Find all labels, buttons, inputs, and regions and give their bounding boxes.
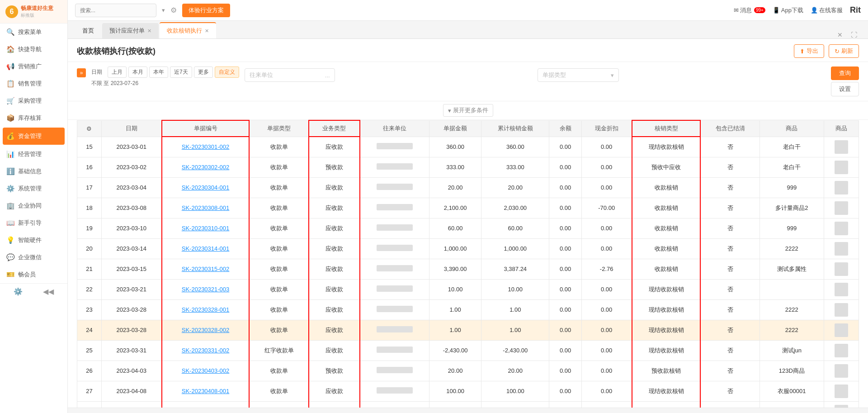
horizontal-scrollbar[interactable] (68, 408, 868, 413)
row-cash-discount: 0.00 (581, 340, 632, 361)
sidebar-item-system[interactable]: ⚙️ 系统管理 (0, 180, 67, 197)
col-header-doc-type[interactable]: 单据类型 (249, 120, 309, 137)
row-product: 测试多属性 (760, 259, 824, 279)
partner-input[interactable]: 往来单位 ... (245, 68, 335, 82)
main-content: ▾ ⚙ 体验行业方案 ✉ 消息 99+ 📱 App下载 👤 在线客服 Rit 首… (68, 0, 868, 413)
tab-home[interactable]: 首页 (75, 23, 101, 38)
refresh-button[interactable]: ↻ 刷新 (829, 44, 859, 58)
sidebar-item-finance[interactable]: 💰 资金管理 (3, 128, 65, 145)
col-header-balance[interactable]: 余额 (549, 120, 581, 137)
row-cash-discount: -70.00 (581, 198, 632, 218)
solution-button[interactable]: 体验行业方案 (182, 4, 230, 17)
row-biz-type: 预收款 (309, 157, 359, 177)
row-doc-no: SK-20230314-001 (162, 238, 249, 259)
doc-no-link[interactable]: SK-20230331-002 (182, 347, 230, 354)
doc-no-link[interactable]: SK-20230408-001 (182, 388, 230, 394)
tab-receivable[interactable]: 收款核销执行 ✕ (160, 22, 216, 38)
export-icon: ⬆ (800, 48, 805, 55)
sidebar-item-hardware[interactable]: 💡 智能硬件 (0, 232, 67, 249)
more-btn[interactable]: 更多 (194, 66, 213, 78)
row-cash-discount: 0.00 (581, 401, 632, 408)
last7-btn[interactable]: 近7天 (170, 66, 192, 78)
row-writeoff-type: 预收款核销 (632, 361, 701, 381)
sidebar-item-marketing[interactable]: 📢 营销推广 (0, 58, 67, 75)
table-row: 19 2023-03-10 SK-20230310-001 收款单 应收款 60… (77, 218, 859, 238)
col-header-gear[interactable]: ⚙ (77, 120, 102, 137)
tab-receivable-close[interactable]: ✕ (205, 28, 209, 34)
sidebar-item-search[interactable]: 🔍 搜索菜单 (0, 24, 67, 41)
col-header-cash-discount[interactable]: 现金折扣 (581, 120, 632, 137)
doc-no-link[interactable]: SK-20230328-002 (182, 327, 230, 333)
col-header-partner[interactable]: 往来单位 (360, 120, 429, 137)
topbar-dropdown-icon[interactable]: ▾ (162, 7, 165, 14)
sidebar-settings-icon[interactable]: ⚙️ (14, 287, 23, 296)
doc-no-link[interactable]: SK-20230310-001 (182, 225, 230, 232)
col-header-date[interactable]: 日期 (101, 120, 162, 137)
col-header-doc-no[interactable]: 单据编号 (162, 120, 249, 137)
col-header-writeoff-total[interactable]: 累计核销金额 (481, 120, 549, 137)
row-doc-no: SK-20230315-002 (162, 259, 249, 279)
row-product2 (824, 238, 859, 259)
row-product2 (824, 299, 859, 320)
row-balance: 0.00 (549, 157, 581, 177)
tab-close-all-icon[interactable]: ✕ (834, 31, 846, 38)
sidebar-collapse-icon[interactable]: ◀◀ (43, 287, 54, 296)
col-header-amount[interactable]: 单据金额 (429, 120, 481, 137)
col-header-include-settled[interactable]: 包含已结清 (700, 120, 760, 137)
setting-button[interactable]: 设置 (831, 82, 859, 96)
sidebar-item-enterprise[interactable]: 🏢 企业协同 (0, 197, 67, 214)
app-download-link[interactable]: 📱 App下载 (773, 6, 803, 14)
doc-no-link[interactable]: SK-20230328-001 (182, 306, 230, 313)
row-writeoff-type: 现结收款核销 (632, 279, 701, 299)
export-button[interactable]: ⬆ 导出 (794, 44, 824, 58)
col-header-product2[interactable]: 商品 (824, 120, 859, 137)
this-year-btn[interactable]: 本年 (149, 66, 168, 78)
custom-btn[interactable]: 自定义 (215, 66, 239, 78)
topbar-gear-icon[interactable]: ⚙ (170, 6, 177, 14)
sidebar-item-purchase[interactable]: 🛒 采购管理 (0, 92, 67, 109)
col-header-product[interactable]: 商品 (760, 120, 824, 137)
doc-no-link[interactable]: SK-20230315-002 (182, 266, 230, 272)
row-num: 19 (77, 218, 102, 238)
doc-no-link[interactable]: SK-20230314-001 (182, 245, 230, 252)
sidebar-item-inventory[interactable]: 📦 库存核算 (0, 109, 67, 127)
sidebar-item-guide[interactable]: 📖 新手引导 (0, 214, 67, 232)
doc-no-link[interactable]: SK-20230302-002 (182, 164, 230, 171)
row-product2 (824, 320, 859, 340)
query-button[interactable]: 查询 (831, 66, 859, 80)
tab-maximize-icon[interactable]: ⛶ (847, 31, 861, 38)
row-doc-type: 收款单 (249, 137, 309, 157)
sidebar-item-sales[interactable]: 📋 销售管理 (0, 75, 67, 92)
tab-payable[interactable]: 预计应应付单 ✕ (102, 23, 159, 38)
tab-payable-close[interactable]: ✕ (147, 28, 151, 34)
row-writeoff-total: 360.00 (481, 137, 549, 157)
sidebar-item-quicknav[interactable]: 🏠 快捷导航 (0, 41, 67, 58)
expand-filter-icon[interactable]: » (77, 68, 86, 77)
topbar-search-input[interactable] (75, 4, 156, 17)
doc-no-link[interactable]: SK-20230403-002 (182, 367, 230, 374)
phone-icon: 📱 (773, 7, 780, 14)
row-date: 2023-03-15 (101, 259, 162, 279)
sidebar-item-operation[interactable]: 📊 经营管理 (0, 146, 67, 163)
sidebar-item-basic[interactable]: ℹ️ 基础信息 (0, 163, 67, 180)
sidebar-item-member[interactable]: 🎫 畅会员 (0, 266, 67, 283)
doc-no-link[interactable]: SK-20230308-001 (182, 204, 230, 211)
row-partner (360, 381, 429, 401)
online-service-link[interactable]: 👤 在线客服 (811, 6, 843, 14)
doc-no-link[interactable]: SK-20230321-003 (182, 286, 230, 293)
row-writeoff-total: 100.00 (481, 381, 549, 401)
expand-more-btn[interactable]: ▾ 展开更多条件 (443, 104, 493, 117)
type-select[interactable]: 单据类型 ▾ (538, 68, 619, 82)
row-biz-type: 应收款 (309, 340, 359, 361)
sidebar-item-wechat[interactable]: 💬 企业微信 (0, 249, 67, 266)
logo-text: 畅康道好生意 标推版 (21, 5, 53, 19)
col-header-biz-type[interactable]: 业务类型 (309, 120, 359, 137)
doc-no-link[interactable]: SK-20230301-002 (182, 143, 230, 150)
inventory-icon: 📦 (6, 114, 14, 122)
doc-no-link[interactable]: SK-20230304-001 (182, 184, 230, 191)
row-include-settled: 否 (700, 218, 760, 238)
col-header-writeoff-type[interactable]: 核销类型 (632, 120, 701, 137)
this-month-btn[interactable]: 本月 (128, 66, 147, 78)
message-link[interactable]: ✉ 消息 99+ (734, 6, 765, 14)
last-month-btn[interactable]: 上月 (108, 66, 127, 78)
